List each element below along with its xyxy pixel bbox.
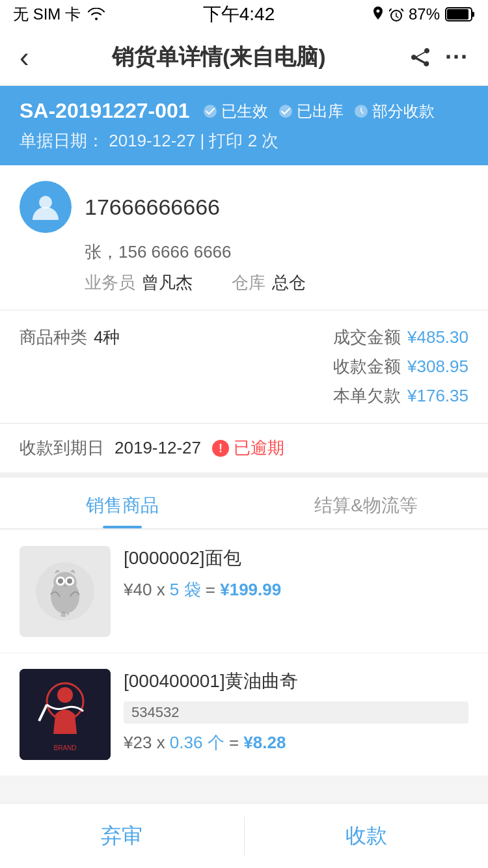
owed-item: 本单欠款 ¥176.35 — [333, 385, 468, 407]
clock-icon — [354, 104, 368, 118]
status-effective-text: 已生效 — [221, 101, 268, 122]
product-type-count: 4种 — [94, 326, 120, 349]
status-bar: 无 SIM 卡 下午4:42 87% — [0, 0, 488, 29]
back-button[interactable]: ‹ — [20, 41, 29, 74]
sales-value: 曾凡杰 — [142, 271, 193, 294]
product-batch-2: 534532 — [124, 701, 468, 724]
order-date: 单据日期： 2019-12-27 | 打印 2 次 — [20, 129, 468, 152]
date-value: 2019-12-27 — [109, 131, 195, 150]
svg-rect-3 — [447, 9, 468, 20]
product-total-1: ¥199.99 — [220, 580, 281, 599]
owl-icon: 鑫+ — [33, 559, 98, 624]
amount-value: ¥485.30 — [407, 327, 468, 347]
warning-icon: ! — [211, 439, 230, 457]
cancel-button[interactable]: 弃审 — [0, 809, 244, 863]
product-name-1: [0000002]面包 — [124, 546, 468, 571]
nav-bar: ‹ 销货单详情(来自电脑) ··· — [0, 29, 488, 86]
product-list: 鑫+ [0000002]面包 ¥40 x 5 袋 = ¥199.99 — [0, 530, 488, 776]
product-price-1: ¥40 x 5 袋 = ¥199.99 — [124, 578, 468, 601]
order-id: SA-20191227-001 — [20, 99, 190, 123]
summary-left: 商品种类 4种 — [20, 326, 244, 349]
product-logo-icon: BRAND — [20, 669, 111, 760]
owed-label: 本单欠款 — [333, 385, 401, 407]
product-item: 鑫+ [0000002]面包 ¥40 x 5 袋 = ¥199.99 — [0, 530, 488, 653]
summary-right: 成交金额 ¥485.30 收款金额 ¥308.95 本单欠款 ¥176.35 — [244, 326, 468, 407]
product-unit-price-2: ¥23 — [124, 733, 152, 752]
date-label: 单据日期： — [20, 131, 104, 150]
tab-settlement-label: 结算&物流等 — [314, 495, 418, 515]
svg-point-16 — [67, 578, 72, 584]
product-qty-2: 0.36 — [170, 733, 203, 752]
status-partial-text: 部分收款 — [372, 101, 435, 122]
svg-point-15 — [58, 578, 63, 584]
check-icon-2 — [278, 104, 293, 118]
product-item-2: BRAND [000400001]黄油曲奇 534532 ¥23 x 0.36 … — [0, 653, 488, 776]
customer-main: 17666666666 — [20, 181, 468, 233]
product-info-1: [0000002]面包 ¥40 x 5 袋 = ¥199.99 — [124, 546, 468, 601]
product-name-2: [000400001]黄油曲奇 — [124, 669, 468, 694]
location-icon — [372, 7, 384, 22]
received-value: ¥308.95 — [407, 357, 468, 377]
product-unit-2: 个 — [208, 733, 224, 752]
amount-item: 成交金额 ¥485.30 — [333, 326, 468, 349]
status-bar-right: 87% — [372, 5, 475, 23]
due-section: 收款到期日 2019-12-27 ! 已逾期 — [0, 424, 488, 478]
print-info: | 打印 2 次 — [200, 131, 278, 150]
status-shipped-text: 已出库 — [297, 101, 344, 122]
due-label: 收款到期日 — [20, 437, 104, 459]
owed-value: ¥176.35 — [407, 386, 468, 406]
summary-section: 商品种类 4种 成交金额 ¥485.30 收款金额 ¥308.95 本单欠款 ¥… — [0, 310, 488, 424]
confirm-button[interactable]: 收款 — [245, 809, 489, 863]
more-button[interactable]: ··· — [445, 44, 468, 71]
battery-icon — [445, 7, 475, 21]
product-total-2: ¥8.28 — [243, 733, 286, 752]
tab-sales-products[interactable]: 销售商品 — [0, 478, 244, 528]
alarm-icon — [389, 7, 403, 22]
overdue-badge: ! 已逾期 — [211, 437, 284, 459]
tab-settlement[interactable]: 结算&物流等 — [244, 478, 488, 528]
warehouse-value: 总仓 — [272, 271, 306, 294]
nav-right: ··· — [409, 44, 468, 71]
sales-info: 业务员 曾凡杰 — [85, 271, 193, 294]
customer-section: 17666666666 张，156 6666 6666 业务员 曾凡杰 仓库 总… — [0, 165, 488, 310]
product-price-2: ¥23 x 0.36 个 = ¥8.28 — [124, 731, 468, 754]
overdue-text: 已逾期 — [234, 437, 284, 459]
received-label: 收款金额 — [333, 355, 401, 378]
received-item: 收款金额 ¥308.95 — [333, 355, 468, 378]
product-qty-1: 5 — [170, 580, 179, 599]
product-type-item: 商品种类 4种 — [20, 326, 244, 349]
svg-point-21 — [57, 687, 73, 703]
product-image-2: BRAND — [20, 669, 111, 760]
share-icon[interactable] — [409, 46, 432, 69]
battery-text: 87% — [409, 5, 440, 23]
svg-text:BRAND: BRAND — [53, 744, 76, 752]
customer-id: 17666666666 — [85, 195, 220, 220]
customer-name-phone: 张，156 6666 6666 — [20, 241, 468, 264]
product-unit-1: 袋 — [184, 580, 201, 599]
check-icon-1 — [203, 104, 217, 118]
tab-sales-products-label: 销售商品 — [86, 495, 159, 515]
product-info-2: [000400001]黄油曲奇 534532 ¥23 x 0.36 个 = ¥8… — [124, 669, 468, 754]
status-shipped: 已出库 — [278, 101, 344, 122]
product-type-label: 商品种类 — [20, 326, 87, 349]
bottom-bar: 弃审 收款 — [0, 803, 488, 868]
due-date: 2019-12-27 — [115, 438, 201, 458]
customer-meta: 业务员 曾凡杰 仓库 总仓 — [20, 271, 468, 294]
svg-rect-2 — [472, 12, 474, 17]
order-header: SA-20191227-001 已生效 已出库 — [0, 86, 488, 165]
person-icon — [29, 191, 62, 223]
amount-label: 成交金额 — [333, 326, 401, 349]
status-bar-left: 无 SIM 卡 — [13, 4, 105, 25]
tabs: 销售商品 结算&物流等 — [0, 478, 488, 529]
status-tags: 已生效 已出库 部分收款 — [203, 101, 435, 122]
nav-left: ‹ — [20, 41, 29, 74]
sales-label: 业务员 — [85, 271, 135, 294]
status-bar-time: 下午4:42 — [203, 2, 275, 27]
wifi-icon — [87, 8, 105, 21]
status-effective: 已生效 — [203, 101, 268, 122]
customer-avatar — [20, 181, 72, 233]
warehouse-label: 仓库 — [232, 271, 265, 294]
carrier-text: 无 SIM 卡 — [13, 4, 81, 25]
warehouse-info: 仓库 总仓 — [232, 271, 306, 294]
status-partial: 部分收款 — [354, 101, 435, 122]
